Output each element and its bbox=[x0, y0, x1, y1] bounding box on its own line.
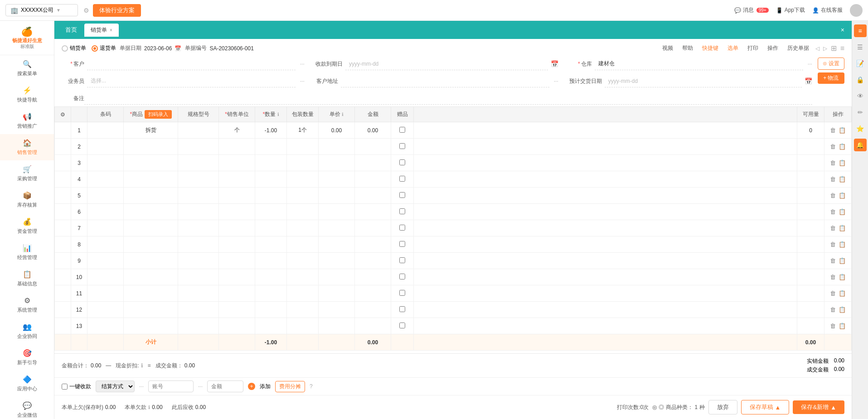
close-all-tabs[interactable]: × bbox=[841, 26, 844, 34]
cell-barcode-7[interactable] bbox=[87, 236, 124, 253]
customer-more[interactable]: ··· bbox=[300, 61, 305, 67]
cell-amount-6[interactable] bbox=[355, 220, 391, 236]
delete-icon-0[interactable]: 🗑 bbox=[830, 127, 836, 134]
history-btn[interactable]: 历史单据 bbox=[785, 43, 812, 53]
due-date-calendar[interactable]: 📅 bbox=[551, 60, 558, 67]
delete-icon-12[interactable]: 🗑 bbox=[830, 323, 836, 329]
copy-icon-4[interactable]: 📋 bbox=[839, 192, 846, 199]
settings-icon[interactable]: ⚙ bbox=[83, 7, 89, 14]
right-panel-icon-0[interactable]: ≡ bbox=[854, 24, 867, 37]
cell-pkg-3[interactable] bbox=[287, 171, 319, 188]
cell-amount-0[interactable]: 0.00 bbox=[355, 122, 391, 139]
avatar[interactable] bbox=[850, 4, 863, 17]
cell-unit-5[interactable] bbox=[219, 204, 255, 220]
calendar-icon[interactable]: 📅 bbox=[175, 45, 181, 52]
cell-price-3[interactable] bbox=[319, 171, 355, 188]
cell-price-1[interactable] bbox=[319, 139, 355, 155]
cell-pkg-6[interactable] bbox=[287, 220, 319, 236]
delete-icon-8[interactable]: 🗑 bbox=[830, 257, 836, 264]
cell-goods-11[interactable] bbox=[124, 302, 178, 318]
delete-icon-3[interactable]: 🗑 bbox=[830, 176, 836, 183]
cell-qty-11[interactable] bbox=[255, 302, 287, 318]
cell-qty-1[interactable] bbox=[255, 139, 287, 155]
cell-spec-4[interactable] bbox=[178, 188, 219, 204]
sidebar-item-8[interactable]: 📋基础信息 bbox=[0, 265, 54, 292]
delete-icon-5[interactable]: 🗑 bbox=[830, 208, 836, 215]
shortcut-btn[interactable]: 快捷键 bbox=[699, 43, 721, 53]
salesperson-input[interactable]: 选择... bbox=[87, 75, 296, 87]
help-btn[interactable]: 帮助 bbox=[679, 43, 696, 53]
cell-gift-12[interactable] bbox=[391, 318, 414, 334]
list-view-icon[interactable]: ≡ bbox=[840, 44, 844, 53]
right-panel-icon-5[interactable]: ✏ bbox=[854, 106, 867, 119]
cell-amount-1[interactable] bbox=[355, 139, 391, 155]
industry-btn[interactable]: 体验行业方案 bbox=[93, 4, 141, 17]
cell-amount-2[interactable] bbox=[355, 155, 391, 171]
cell-spec-5[interactable] bbox=[178, 204, 219, 220]
cell-barcode-12[interactable] bbox=[87, 318, 124, 334]
nav-next-icon[interactable]: ▷ bbox=[823, 45, 827, 52]
one-click-payment[interactable]: 一键收款 bbox=[62, 383, 91, 390]
cell-pkg-5[interactable] bbox=[287, 204, 319, 220]
warehouse-more[interactable]: ··· bbox=[808, 61, 812, 67]
cell-pkg-8[interactable] bbox=[287, 253, 319, 269]
cell-spec-12[interactable] bbox=[178, 318, 219, 334]
sidebar-item-7[interactable]: 📊经营管理 bbox=[0, 239, 54, 265]
cell-spec-10[interactable] bbox=[178, 285, 219, 302]
addr-more[interactable]: ··· bbox=[554, 78, 558, 84]
cell-qty-10[interactable] bbox=[255, 285, 287, 302]
print-btn[interactable]: 打印 bbox=[745, 43, 761, 53]
cell-goods-4[interactable] bbox=[124, 188, 178, 204]
cell-barcode-0[interactable] bbox=[87, 122, 124, 139]
cell-amount-12[interactable] bbox=[355, 318, 391, 334]
cell-spec-2[interactable] bbox=[178, 155, 219, 171]
cell-spec-3[interactable] bbox=[178, 171, 219, 188]
cell-goods-5[interactable] bbox=[124, 204, 178, 220]
cell-gift-6[interactable] bbox=[391, 220, 414, 236]
cell-amount-8[interactable] bbox=[355, 253, 391, 269]
right-panel-icon-4[interactable]: 👁 bbox=[854, 90, 867, 102]
expected-date-input[interactable]: yyyy-mm-dd bbox=[605, 75, 802, 87]
cell-barcode-1[interactable] bbox=[87, 139, 124, 155]
cell-unit-6[interactable] bbox=[219, 220, 255, 236]
delete-icon-1[interactable]: 🗑 bbox=[830, 143, 836, 150]
cell-unit-7[interactable] bbox=[219, 236, 255, 253]
sidebar-item-13[interactable]: 💬企业微信 bbox=[0, 397, 54, 419]
cell-unit-8[interactable] bbox=[219, 253, 255, 269]
settings-btn[interactable]: ⊙ 设置 bbox=[818, 58, 844, 70]
cell-price-2[interactable] bbox=[319, 155, 355, 171]
cell-qty-0[interactable]: -1.00 bbox=[255, 122, 287, 139]
copy-icon-11[interactable]: 📋 bbox=[839, 306, 846, 313]
due-date-input[interactable]: yyyy-mm-dd bbox=[345, 58, 548, 70]
tab-home[interactable]: 首页 bbox=[58, 23, 84, 37]
cell-goods-12[interactable] bbox=[124, 318, 178, 334]
cell-qty-3[interactable] bbox=[255, 171, 287, 188]
cell-qty-2[interactable] bbox=[255, 155, 287, 171]
cell-barcode-4[interactable] bbox=[87, 188, 124, 204]
copy-icon-10[interactable]: 📋 bbox=[839, 290, 846, 297]
delete-icon-4[interactable]: 🗑 bbox=[830, 192, 836, 199]
delete-icon-2[interactable]: 🗑 bbox=[830, 159, 836, 166]
right-panel-icon-7[interactable]: 🔔 bbox=[854, 139, 867, 151]
copy-icon-0[interactable]: 📋 bbox=[839, 127, 846, 134]
cell-qty-7[interactable] bbox=[255, 236, 287, 253]
cell-price-11[interactable] bbox=[319, 302, 355, 318]
logistics-btn[interactable]: + 物流 bbox=[818, 72, 844, 84]
cell-barcode-10[interactable] bbox=[87, 285, 124, 302]
cell-goods-6[interactable] bbox=[124, 220, 178, 236]
sidebar-item-10[interactable]: 👥企业协同 bbox=[0, 318, 54, 344]
cell-price-9[interactable] bbox=[319, 269, 355, 285]
sidebar-item-11[interactable]: 🎯新手引导 bbox=[0, 344, 54, 371]
sidebar-item-12[interactable]: 🔷应用中心 bbox=[0, 371, 54, 397]
cell-gift-3[interactable] bbox=[391, 171, 414, 188]
sidebar-item-9[interactable]: ⚙系统管理 bbox=[0, 292, 54, 318]
cell-gift-11[interactable] bbox=[391, 302, 414, 318]
settlement-more[interactable]: ··· bbox=[139, 383, 144, 390]
sidebar-item-5[interactable]: 📦库存核算 bbox=[0, 187, 54, 213]
settlement-select[interactable]: 结算方式 bbox=[96, 380, 135, 392]
cell-amount-11[interactable] bbox=[355, 302, 391, 318]
app-download-btn[interactable]: 📱 App下载 bbox=[776, 6, 805, 14]
sidebar-item-2[interactable]: 📢营销推广 bbox=[0, 108, 54, 134]
sidebar-item-0[interactable]: 🔍搜索菜单 bbox=[0, 55, 54, 82]
cell-unit-3[interactable] bbox=[219, 171, 255, 188]
